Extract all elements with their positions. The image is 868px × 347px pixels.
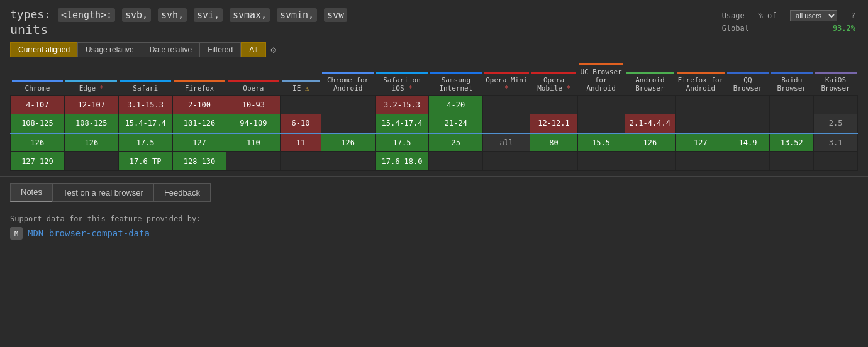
table-cell[interactable] — [814, 96, 858, 114]
table-cell[interactable] — [676, 114, 726, 133]
tab-filtered[interactable]: Filtered — [199, 42, 241, 57]
table-cell[interactable]: 3.1 — [814, 133, 858, 152]
table-cell[interactable] — [814, 152, 858, 171]
table-cell[interactable]: 126 — [11, 133, 65, 152]
table-cell[interactable] — [770, 96, 814, 114]
table-cell[interactable] — [321, 152, 375, 171]
table-cell[interactable]: 15.5 — [577, 133, 625, 152]
table-cell[interactable]: 110 — [226, 133, 281, 152]
tab-test-real-browser[interactable]: Test on a real browser — [52, 183, 153, 202]
table-cell[interactable] — [483, 96, 530, 114]
table-cell[interactable] — [429, 152, 483, 171]
table-cell[interactable]: 14.9 — [726, 133, 770, 152]
table-cell[interactable] — [281, 96, 321, 114]
tab-all[interactable]: All — [241, 42, 265, 57]
col-chrome: Chrome — [11, 61, 65, 96]
tab-date-relative[interactable]: Date relative — [142, 42, 199, 57]
mdn-icon: M — [10, 227, 23, 240]
table-cell[interactable]: 101-126 — [172, 114, 226, 133]
table-cell[interactable]: 25 — [429, 133, 483, 152]
tab-usage-relative[interactable]: Usage relative — [77, 42, 142, 57]
table-cell[interactable] — [676, 152, 726, 171]
table-cell[interactable] — [770, 114, 814, 133]
compat-table-container: Chrome Edge * Safari Firefox Oper — [0, 61, 868, 171]
mdn-text[interactable]: MDN browser-compat-data — [28, 228, 150, 238]
table-cell[interactable] — [530, 152, 577, 171]
gear-icon[interactable]: ⚙ — [271, 45, 276, 55]
table-cell[interactable]: 17.6-TP — [118, 152, 172, 171]
usage-global-value: 93.2% — [833, 24, 855, 33]
table-cell[interactable]: 2-100 — [172, 96, 226, 114]
safari-ios-asterisk: * — [408, 85, 412, 92]
col-ie: IE ⚠ — [281, 61, 321, 96]
table-cell[interactable] — [726, 114, 770, 133]
table-cell[interactable] — [770, 152, 814, 171]
col-android-browser: Android Browser — [625, 61, 675, 96]
table-cell[interactable] — [577, 114, 625, 133]
table-cell[interactable] — [483, 152, 530, 171]
opera-mobile-asterisk: * — [567, 85, 570, 92]
table-cell[interactable] — [625, 96, 675, 114]
footer: Support data for this feature provided b… — [0, 202, 868, 246]
table-cell[interactable]: 2.1-4.4.4 — [625, 114, 675, 133]
table-cell[interactable]: 127 — [172, 133, 226, 152]
table-cell[interactable]: 12-107 — [64, 96, 118, 114]
table-cell[interactable]: 3.2-15.3 — [375, 96, 429, 114]
table-cell[interactable]: 108-125 — [11, 114, 65, 133]
table-cell[interactable]: 15.4-17.4 — [118, 114, 172, 133]
table-cell[interactable]: 127 — [676, 133, 726, 152]
col-kaios-browser: KaiOS Browser — [814, 61, 858, 96]
table-cell[interactable]: 13.52 — [770, 133, 814, 152]
table-cell[interactable] — [625, 152, 675, 171]
table-cell[interactable] — [281, 152, 321, 171]
table-cell[interactable]: 127-129 — [11, 152, 65, 171]
table-row: 12612617.51271101112617.525all8015.51261… — [11, 133, 858, 152]
table-cell[interactable]: 15.4-17.4 — [375, 114, 429, 133]
table-cell[interactable] — [64, 152, 118, 171]
table-cell[interactable]: 108-125 — [64, 114, 118, 133]
table-cell[interactable]: 128-130 — [172, 152, 226, 171]
table-cell[interactable] — [483, 114, 530, 133]
table-cell[interactable]: 80 — [530, 133, 577, 152]
table-cell[interactable] — [321, 96, 375, 114]
table-cell[interactable]: 2.5 — [814, 114, 858, 133]
tab-notes[interactable]: Notes — [10, 183, 52, 202]
tab-feedback[interactable]: Feedback — [153, 183, 211, 202]
table-cell[interactable]: 12-12.1 — [530, 114, 577, 133]
table-cell[interactable]: 17.6-18.0 — [375, 152, 429, 171]
table-cell[interactable]: 11 — [281, 133, 321, 152]
table-cell[interactable]: 10-93 — [226, 96, 281, 114]
bottom-tabs: Notes Test on a real browser Feedback — [0, 176, 868, 202]
table-cell[interactable] — [321, 114, 375, 133]
table-cell[interactable]: 21-24 — [429, 114, 483, 133]
table-cell[interactable] — [530, 96, 577, 114]
usage-global-label: Global — [722, 24, 749, 33]
table-cell[interactable] — [577, 96, 625, 114]
col-qq-browser: QQ Browser — [726, 61, 770, 96]
usage-dropdown[interactable]: all users my users — [790, 10, 837, 21]
table-cell[interactable]: 4-107 — [11, 96, 65, 114]
tab-current-aligned[interactable]: Current aligned — [10, 42, 77, 57]
usage-question[interactable]: ? — [851, 11, 855, 20]
table-cell[interactable] — [676, 96, 726, 114]
table-cell[interactable]: 126 — [625, 133, 675, 152]
table-cell[interactable]: 3.1-15.3 — [118, 96, 172, 114]
table-cell[interactable]: all — [483, 133, 530, 152]
table-cell[interactable]: 17.5 — [118, 133, 172, 152]
table-cell[interactable] — [726, 96, 770, 114]
table-cell[interactable] — [577, 152, 625, 171]
table-cell[interactable] — [726, 152, 770, 171]
col-safari-ios: Safari on iOS * — [375, 61, 429, 96]
edge-asterisk: * — [100, 85, 104, 92]
table-cell[interactable]: 126 — [321, 133, 375, 152]
col-baidu-browser: Baidu Browser — [770, 61, 814, 96]
keyword-svi: svi, — [194, 8, 223, 22]
table-cell[interactable] — [226, 152, 281, 171]
table-cell[interactable]: 17.5 — [375, 133, 429, 152]
table-cell[interactable]: 126 — [64, 133, 118, 152]
table-cell[interactable]: 6-10 — [281, 114, 321, 133]
keyword-svb: svb, — [122, 8, 151, 22]
table-cell[interactable]: 94-109 — [226, 114, 281, 133]
ie-warn: ⚠ — [305, 85, 309, 92]
table-cell[interactable]: 4-20 — [429, 96, 483, 114]
